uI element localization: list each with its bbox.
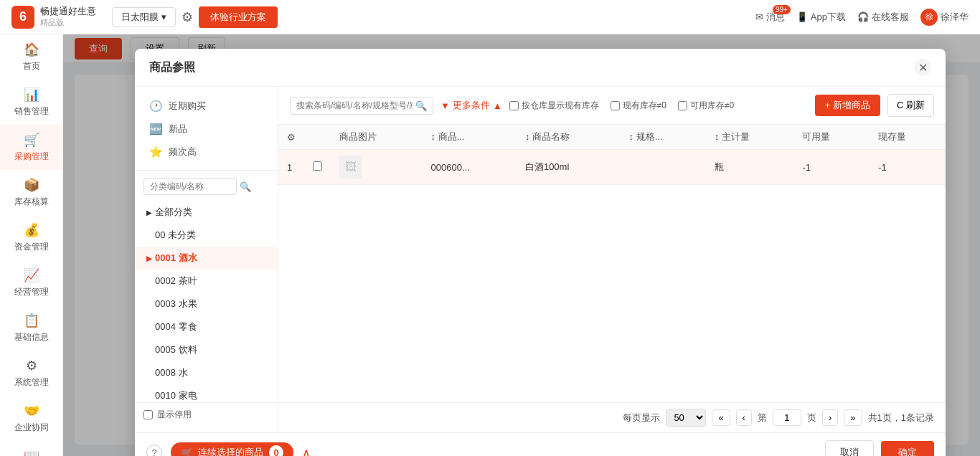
nav-center: 日太阳膜 ▾ ⚙ 体验行业方案 [112,6,755,28]
checkbox-warehouse[interactable]: 按仓库显示现有库存 [509,100,599,112]
gear-icon[interactable]: ⚙ [182,9,193,25]
cat-0004[interactable]: 0004 零食 [135,315,278,338]
expand-icon: ▶ [146,209,152,217]
search-icon[interactable]: 🔍 [240,181,251,192]
content-area: 查询 设置 刷新 商品参照 ✕ 🕐 [63,34,980,456]
category-search: 🔍 [135,175,278,198]
sidebar-item-home[interactable]: 🏠 首页 [0,34,62,80]
user-menu[interactable]: 徐 徐泽华 [920,9,969,26]
td-unit: 瓶 [706,150,794,185]
th-code[interactable]: ↕ 商品... [423,125,517,150]
dialog-body: 🕐 近期购买 🆕 新品 ⭐ 频次高 [135,87,946,432]
checkbox-available-nonzero[interactable]: 可用库存≠0 [678,100,734,112]
refresh-btn[interactable]: C 刷新 [887,94,934,117]
finance-icon: 💰 [24,222,39,238]
top-navigation: 6 畅捷通好生意 精品版 日太阳膜 ▾ ⚙ 体验行业方案 ✉ 消息 99+ 📱 … [0,0,980,34]
td-num: 1 [278,150,304,185]
checkbox-stock-nonzero[interactable]: 现有库存≠0 [611,100,666,112]
sidebar-item-purchase[interactable]: 🛒 采购管理 [0,125,62,170]
dialog-close-btn[interactable]: ✕ [914,59,931,76]
th-stock: 现存量 [870,125,946,150]
td-name: 白酒100ml [517,150,621,185]
purchase-icon: 🛒 [24,132,39,148]
sidebar-item-collab[interactable]: 🤝 企业协同 [0,396,62,441]
collapse-btn[interactable]: ∧ [302,446,311,457]
home-icon: 🏠 [24,42,39,57]
tab-new[interactable]: 🆕 新品 [141,118,272,140]
tab-recent[interactable]: 🕐 近期购买 [141,95,272,117]
last-page-btn[interactable]: » [844,409,862,426]
cancel-btn[interactable]: 取消 [825,440,874,456]
main-layout: 🏠 首页 📊 销售管理 🛒 采购管理 📦 库存核算 💰 资金管理 📈 经营管理 … [0,34,980,456]
sidebar-item-sales[interactable]: 📊 销售管理 [0,80,62,125]
sidebar-item-finance[interactable]: 💰 资金管理 [0,215,62,260]
tab-frequent[interactable]: ⭐ 频次高 [141,141,272,163]
category-list: ▶ 全部分类 00 未分类 ▶ 0001 酒水 0002 茶叶 [135,198,278,402]
left-panel-tabs: 🕐 近期购买 🆕 新品 ⭐ 频次高 [135,92,278,166]
sidebar: 🏠 首页 📊 销售管理 🛒 采购管理 📦 库存核算 💰 资金管理 📈 经营管理 … [0,34,63,456]
next-page-btn[interactable]: › [822,409,838,426]
store-selector[interactable]: 日太阳膜 ▾ [112,7,176,27]
th-unit[interactable]: ↕ 主计量 [706,125,794,150]
sidebar-item-ops[interactable]: 📈 经营管理 [0,260,62,305]
sidebar-item-guide[interactable]: 📖 新手引导 [0,441,62,456]
footer-left: ? 🛒 连续选择的商品 0 ∧ [146,442,311,456]
sidebar-item-base[interactable]: 📋 基础信息 [0,305,62,351]
cat-0003[interactable]: 0003 水果 [135,293,278,315]
th-name[interactable]: ↕ 商品名称 [517,125,621,150]
product-image: 🖼 [339,156,362,179]
td-available: -1 [793,150,870,185]
add-product-btn[interactable]: + 新增商品 [815,95,880,116]
dialog-footer: ? 🛒 连续选择的商品 0 ∧ 取消 确定 [135,432,946,456]
product-search-box[interactable]: 🔍 [290,97,433,115]
td-check[interactable] [304,150,331,185]
exp-btn[interactable]: 体验行业方案 [199,6,278,28]
td-spec [621,150,706,185]
product-search-icon[interactable]: 🔍 [415,100,427,111]
logo-text-group: 畅捷通好生意 精品版 [40,6,96,29]
table-row[interactable]: 1 🖼 000600... 白酒100ml 瓶 -1 [278,150,946,185]
checkbox-group: 按仓库显示现有库存 现有库存≠0 可用库存≠0 [509,100,808,112]
messages-btn[interactable]: ✉ 消息 99+ [755,11,785,24]
app-download-btn[interactable]: 📱 App下载 [796,11,846,24]
th-spec[interactable]: ↕ 规格... [621,125,706,150]
cat-0001[interactable]: ▶ 0001 酒水 [135,247,278,270]
show-disabled-checkbox[interactable] [143,410,153,419]
cat-0002[interactable]: 0002 茶叶 [135,270,278,293]
right-toolbar: 🔍 ▼ 更多条件 ▲ 按仓库显示现有库存 [278,87,946,125]
per-page-select[interactable]: 50 10 20 100 [666,409,706,427]
logo-area: 6 畅捷通好生意 精品版 [11,6,112,29]
sales-icon: 📊 [24,87,39,103]
logo-sub: 精品版 [40,17,96,28]
first-page-btn[interactable]: « [712,409,730,426]
left-panel: 🕐 近期购买 🆕 新品 ⭐ 频次高 [135,87,278,432]
th-settings[interactable]: ⚙ [278,125,304,150]
logo-text: 畅捷通好生意 [40,6,96,18]
panel-divider [135,170,278,171]
dialog-header: 商品参照 ✕ [135,49,946,87]
product-search-input[interactable] [296,100,413,110]
prev-page-btn[interactable]: ‹ [736,409,752,426]
cat-0010[interactable]: 0010 家电 [135,384,278,402]
sidebar-item-system[interactable]: ⚙ 系统管理 [0,351,62,396]
collab-icon: 🤝 [24,403,39,419]
online-service-btn[interactable]: 🎧 在线客服 [857,11,909,24]
cart-btn[interactable]: 🛒 连续选择的商品 0 [171,442,293,456]
confirm-btn[interactable]: 确定 [881,441,934,456]
th-check [304,125,331,150]
cat-uncategorized[interactable]: 00 未分类 [135,224,278,247]
filter-btn[interactable]: ▼ 更多条件 ▲ [440,99,502,112]
category-search-input[interactable] [143,178,237,195]
cat-0005[interactable]: 0005 饮料 [135,338,278,361]
dialog-title: 商品参照 [149,60,195,75]
filter-icon: ▼ [440,100,450,111]
sidebar-item-inventory[interactable]: 📦 库存核算 [0,170,62,215]
td-img: 🖼 [331,150,423,185]
help-btn[interactable]: ? [146,445,162,456]
cat-0008[interactable]: 0008 水 [135,361,278,384]
product-dialog: 商品参照 ✕ 🕐 近期购买 🆕 新品 [135,49,946,456]
cart-icon: 🛒 [181,447,192,457]
table-header-row: ⚙ 商品图片 ↕ 商品... ↕ 商品名称 ↕ 规格... ↕ 主计量 可用量 … [278,125,946,150]
cat-all[interactable]: ▶ 全部分类 [135,201,278,224]
page-input[interactable] [773,409,801,426]
